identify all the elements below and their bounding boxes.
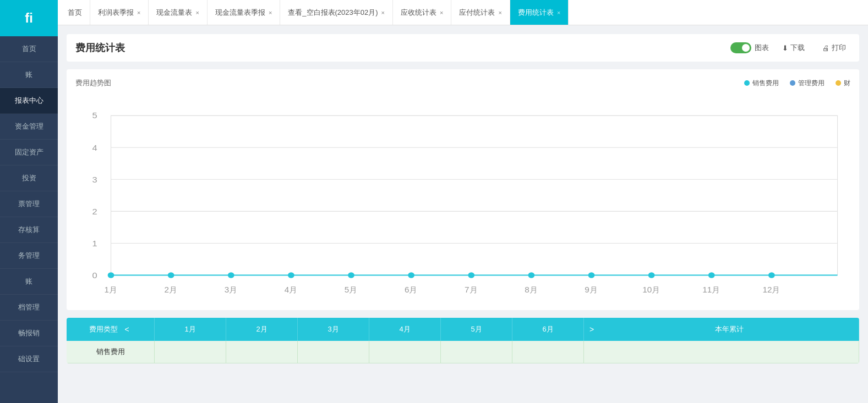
close-icon[interactable]: × (440, 9, 443, 16)
sidebar-item-archive[interactable]: 档管理 (0, 295, 58, 321)
sidebar-item-invest[interactable]: 投资 (0, 165, 58, 191)
chart-title: 费用趋势图 (75, 78, 111, 88)
table-section: 费用类型 < 1月 2月 3月 4月 5月 6月 > 本年累计 销售费用 (67, 318, 859, 363)
legend-mgmt: 管理费用 (790, 79, 825, 88)
svg-rect-12 (111, 115, 838, 275)
close-icon[interactable]: × (381, 9, 385, 16)
th-month-1: 1月 (155, 318, 226, 341)
legend-dot-mgmt (790, 80, 795, 86)
tab-expense[interactable]: 费用统计表 × (510, 0, 569, 25)
svg-point-17 (348, 272, 354, 278)
th-month-6: 6月 (512, 318, 584, 341)
tab-bar: 首页 利润表季报 × 现金流量表 × 现金流量表季报 × 查看_空白报表(202… (58, 0, 868, 25)
download-icon: ⬇ (782, 44, 788, 52)
tab-blank-report[interactable]: 查看_空白报表(2023年02月) × (280, 0, 393, 25)
svg-point-24 (768, 272, 775, 278)
sidebar-item-stock[interactable]: 存核算 (0, 217, 58, 243)
th-month-4: 4月 (369, 318, 441, 341)
th-type: 费用类型 < (67, 318, 155, 341)
svg-point-14 (168, 272, 174, 278)
svg-text:6月: 6月 (405, 286, 418, 294)
page-title: 费用统计表 (75, 41, 125, 54)
svg-text:2: 2 (92, 207, 97, 216)
sidebar-item-expense[interactable]: 畅报销 (0, 321, 58, 346)
svg-text:4月: 4月 (285, 286, 298, 294)
svg-text:9月: 9月 (585, 286, 598, 294)
th-month-3: 3月 (298, 318, 369, 341)
chart-toggle[interactable] (730, 42, 751, 53)
th-month-5: 5月 (441, 318, 512, 341)
legend-dot-finance (836, 80, 841, 86)
tab-receivable[interactable]: 应收统计表 × (393, 0, 451, 25)
td-val-6 (512, 341, 584, 363)
sidebar-item-service[interactable]: 务管理 (0, 243, 58, 269)
svg-point-16 (288, 272, 294, 278)
svg-text:4: 4 (92, 143, 97, 152)
sidebar-item-settings[interactable]: 础设置 (0, 346, 58, 372)
svg-text:10月: 10月 (642, 286, 660, 294)
chart-svg: 0 1 2 3 4 5 (75, 92, 850, 301)
sidebar-logo: fi (0, 0, 58, 36)
table-row: 销售费用 (67, 341, 859, 363)
svg-point-23 (708, 272, 715, 278)
close-icon[interactable]: × (557, 9, 560, 16)
next-nav-button[interactable]: > (584, 318, 599, 341)
svg-text:3: 3 (92, 175, 97, 184)
close-icon[interactable]: × (269, 9, 272, 16)
svg-text:1: 1 (92, 239, 97, 247)
th-cumul: 本年累计 (599, 318, 859, 341)
svg-text:5: 5 (92, 111, 97, 120)
sidebar: fi 首页 账 报表中心 资金管理 固定资产 投资 票管理 存核算 务管理 账 … (0, 0, 58, 403)
tab-cashflow-quarterly[interactable]: 现金流量表季报 × (208, 0, 280, 25)
sidebar-item-reports[interactable]: 报表中心 (0, 88, 58, 114)
td-val-4 (369, 341, 441, 363)
sidebar-item-finance[interactable]: 资金管理 (0, 114, 58, 140)
tab-cashflow[interactable]: 现金流量表 × (149, 0, 207, 25)
svg-text:11月: 11月 (702, 286, 720, 294)
legend-sales: 销售费用 (744, 79, 779, 88)
close-icon[interactable]: × (137, 9, 140, 16)
svg-text:2月: 2月 (165, 286, 178, 294)
chart-toggle-wrap: 图表 (730, 42, 769, 53)
td-val-1 (155, 341, 226, 363)
svg-text:5月: 5月 (345, 286, 358, 294)
download-button[interactable]: ⬇ 下载 (778, 41, 809, 55)
prev-nav-button[interactable]: < (122, 325, 131, 334)
close-icon[interactable]: × (498, 9, 501, 16)
svg-text:7月: 7月 (465, 286, 478, 294)
print-icon: 🖨 (822, 44, 829, 52)
sidebar-item-assets[interactable]: 固定资产 (0, 140, 58, 165)
content-area: 费用统计表 图表 ⬇ 下载 🖨 打印 费用趋势图 (58, 25, 868, 403)
tab-profit-quarterly[interactable]: 利润表季报 × (90, 0, 149, 25)
th-type-label: 费用类型 (89, 324, 118, 334)
svg-point-18 (408, 272, 414, 278)
td-cumul (584, 341, 859, 363)
chart-legend: 销售费用 管理费用 财 (744, 79, 850, 88)
chart-section: 费用趋势图 销售费用 管理费用 财 (67, 69, 859, 310)
legend-label-finance: 财 (844, 79, 850, 88)
print-button[interactable]: 🖨 打印 (818, 41, 850, 55)
td-val-5 (441, 341, 512, 363)
legend-label-sales: 销售费用 (752, 79, 779, 88)
tab-payable[interactable]: 应付统计表 × (451, 0, 510, 25)
svg-point-20 (528, 272, 535, 278)
page-header: 费用统计表 图表 ⬇ 下载 🖨 打印 (67, 34, 859, 62)
sidebar-item-ledger[interactable]: 账 (0, 269, 58, 295)
svg-point-22 (648, 272, 655, 278)
tab-home[interactable]: 首页 (60, 0, 90, 25)
chart-header: 费用趋势图 销售费用 管理费用 财 (75, 78, 850, 88)
legend-label-mgmt: 管理费用 (798, 79, 825, 88)
sidebar-item-home[interactable]: 首页 (0, 36, 58, 62)
header-actions: 图表 ⬇ 下载 🖨 打印 (730, 41, 850, 55)
sidebar-item-tickets[interactable]: 票管理 (0, 191, 58, 217)
legend-dot-sales (744, 80, 750, 86)
td-val-2 (226, 341, 298, 363)
chart-toggle-label: 图表 (755, 43, 769, 53)
table-header-row: 费用类型 < 1月 2月 3月 4月 5月 6月 > 本年累计 (67, 318, 859, 341)
svg-text:12月: 12月 (762, 286, 780, 294)
main-area: 首页 利润表季报 × 现金流量表 × 现金流量表季报 × 查看_空白报表(202… (58, 0, 868, 403)
sidebar-item-account[interactable]: 账 (0, 62, 58, 88)
svg-point-19 (468, 272, 474, 278)
close-icon[interactable]: × (195, 9, 199, 16)
svg-point-21 (588, 272, 595, 278)
